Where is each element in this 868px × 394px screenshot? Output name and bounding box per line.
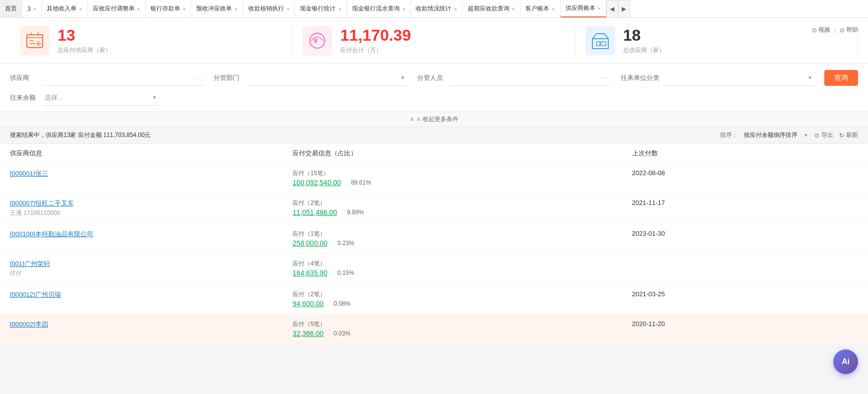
nav-tab-bank-deposit[interactable]: 银行存款单 × [145, 0, 191, 17]
nav-tab-cash-bank-flow[interactable]: 现金银行流水查询 × [347, 0, 411, 17]
next-icon: ▶ [622, 5, 626, 12]
customer-account-close[interactable]: × [552, 6, 555, 12]
cash-bank-stat-close[interactable]: × [338, 6, 341, 12]
nav-tab-ap-adjust[interactable]: 应收应付调整单 × [88, 0, 145, 17]
supplier-name-001[interactable]: [001]广州荣轩 [10, 260, 292, 268]
collect-check-close[interactable]: × [287, 6, 289, 12]
stat-icon-store [585, 26, 615, 56]
trans-pct-000012: 0.08% [334, 300, 351, 307]
category-dropdown-icon[interactable]: ▼ [807, 75, 812, 80]
sort-value[interactable]: 按应付余额倒序排序 [744, 131, 797, 139]
collapse-bar[interactable]: ∧ ∧ 收起更多条件 [0, 112, 868, 127]
supplier-sub-001: 仔仔 [10, 269, 292, 278]
prev-icon: ◀ [610, 5, 614, 12]
table-area: 供应商信息 应付交易信息（占比） 上次付数 [000001]张三 应付（15笔）… [0, 144, 868, 344]
nav-tab-other-income[interactable]: 其他收入单 × [42, 0, 87, 17]
supplier-cell-000007: [000007]恒旺二手叉车 王通 17106110000 [10, 199, 292, 217]
trans-cell-000100: 应付（1笔） 258,000.00 0.23% [292, 230, 632, 247]
table-row: [000100]本特勤油品有限公司 应付（1笔） 258,000.00 0.23… [0, 224, 868, 254]
lastpay-cell-000100: 2023-01-30 [632, 230, 858, 247]
collect-stat-close[interactable]: × [454, 6, 457, 12]
nav-tab-collect-check[interactable]: 收款核销执行 × [243, 0, 295, 17]
video-link[interactable]: ⊙ 视频 [812, 26, 830, 34]
supplier-input-box[interactable]: ··· [43, 70, 204, 86]
nav-tab-overdue-query[interactable]: 超期应收款查询 × [463, 0, 520, 17]
stat-label-payable-total: 应付合计（万） [340, 46, 411, 55]
nav-next-arrow[interactable]: ▶ [618, 0, 630, 18]
overdue-query-label: 超期应收款查询 [468, 4, 509, 13]
category-input-box[interactable]: ▼ [662, 70, 814, 86]
lastpay-cell-000012: 2021-03-25 [632, 290, 858, 308]
nav-tab-customer-account[interactable]: 客户账本 × [520, 0, 560, 17]
other-income-close[interactable]: × [79, 6, 82, 12]
nav-prev-arrow[interactable]: ◀ [606, 0, 618, 18]
filter-balance: 往来余额 选择... ▼ [10, 90, 159, 106]
trans-pct-000001: 89.61% [351, 179, 371, 186]
lastpay-cell-000002: 2020-11-20 [632, 320, 858, 337]
nav-tab-3[interactable]: 3 × [22, 0, 42, 17]
stat-block-supplier-payable: ¥ 13 总应付供应商（家） [10, 26, 292, 56]
person-input-box[interactable]: ··· [450, 70, 611, 86]
refresh-button[interactable]: ↻ 刷新 [839, 131, 858, 139]
trans-amount-000007[interactable]: 11,051,486.00 [292, 208, 337, 216]
person-dots-icon[interactable]: ··· [602, 73, 609, 82]
supplier-name-000002[interactable]: [000002]李四 [10, 320, 292, 329]
cash-bank-stat-label: 现金银行统计 [300, 4, 336, 13]
nav-tab-cash-bank-stat[interactable]: 现金银行统计 × [295, 0, 347, 17]
nav-tab-supplier-account[interactable]: 供应商账本 × [561, 0, 606, 17]
bank-deposit-close[interactable]: × [183, 6, 186, 12]
trans-pct-000002: 0.03% [334, 330, 351, 337]
advance-receive-close[interactable]: × [234, 6, 237, 12]
help-link-label: 帮助 [846, 26, 858, 34]
stat-label-payable-suppliers: 总应付供应商（家） [58, 46, 111, 55]
dept-input[interactable] [248, 74, 400, 81]
cash-bank-flow-close[interactable]: × [402, 6, 405, 12]
nav-tab-collect-stat[interactable]: 收款情况统计 × [411, 0, 462, 17]
supplier-name-000007[interactable]: [000007]恒旺二手叉车 [10, 199, 292, 208]
help-link[interactable]: ⊙ 帮助 [840, 26, 858, 34]
trans-amount-000012[interactable]: 94,600.00 [292, 300, 323, 308]
nav-tab-advance-receive[interactable]: 预收冲应收单 × [191, 0, 243, 17]
ap-adjust-label: 应收应付调整单 [93, 4, 135, 13]
balance-dropdown-icon[interactable]: ▼ [152, 95, 157, 100]
trans-amount-000100[interactable]: 258,000.00 [292, 239, 327, 247]
video-circle-icon: ⊙ [812, 27, 817, 34]
sort-dropdown-icon[interactable]: ▼ [803, 132, 808, 138]
lastpay-cell-000007: 2021-11-17 [632, 199, 858, 217]
stat-value-payable-suppliers: 13 [58, 27, 111, 44]
supplier-cell-000002: [000002]李四 [10, 320, 292, 337]
supplier-name-000100[interactable]: [000100]本特勤油品有限公司 [10, 230, 292, 239]
supplier-dots-icon[interactable]: ··· [195, 73, 202, 82]
overdue-query-close[interactable]: × [512, 6, 515, 12]
category-input[interactable] [664, 74, 807, 81]
trans-pct-000100: 0.23% [337, 240, 354, 247]
lastpay-000100: 2023-01-30 [632, 230, 665, 237]
trans-amount-000001[interactable]: 100,092,540.00 [292, 179, 341, 187]
trans-cell-000002: 应付（5笔） 32,366.00 0.03% [292, 320, 632, 337]
filter-person: 分管人员 ··· [417, 70, 611, 86]
lastpay-000002: 2020-11-20 [632, 320, 665, 328]
dept-input-box[interactable]: ▼ [246, 70, 407, 86]
supplier-name-000001[interactable]: [000001]张三 [10, 169, 292, 178]
balance-input-box[interactable]: 选择... ▼ [43, 90, 159, 106]
ap-adjust-close[interactable]: × [137, 6, 140, 12]
filter-row-1: 供应商 ··· 分管部门 ▼ 分管人员 ··· 往来单位分类 [10, 70, 858, 86]
person-input[interactable] [452, 74, 602, 81]
dept-label: 分管部门 [214, 73, 243, 82]
trans-amount-000002[interactable]: 32,366.00 [292, 329, 323, 337]
trans-label-000002: 应付（5笔） [292, 320, 632, 328]
sort-label: 排序： [720, 131, 738, 139]
trans-cell-000012: 应付（2笔） 94,600.00 0.08% [292, 290, 632, 308]
tab3-close[interactable]: × [33, 6, 36, 12]
nav-tab-home[interactable]: 首页 [0, 0, 22, 17]
supplier-account-close[interactable]: × [598, 5, 601, 11]
supplier-input[interactable] [45, 74, 195, 81]
dept-dropdown-icon[interactable]: ▼ [400, 75, 405, 80]
supplier-label: 供应商 [10, 73, 40, 82]
query-button[interactable]: 查询 [824, 70, 858, 86]
stat-value-payable-total: 11,170.39 [340, 27, 411, 44]
trans-pct-001: 0.15% [337, 269, 354, 276]
export-button[interactable]: ⊙ 导出 [814, 131, 833, 139]
supplier-name-000012[interactable]: [000012]广州贝瑞 [10, 290, 292, 299]
trans-amount-001[interactable]: 164,635.90 [292, 269, 327, 277]
